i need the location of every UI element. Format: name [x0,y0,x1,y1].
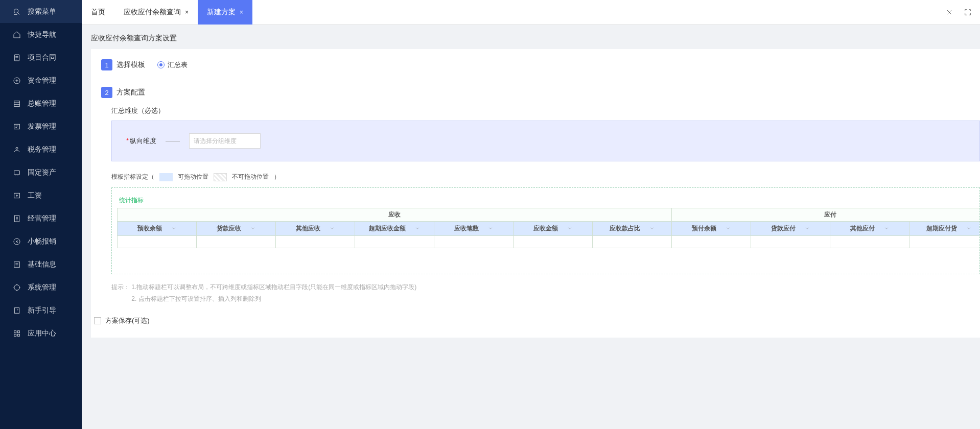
sidebar-item-baseinfo[interactable]: 基础信息 [0,253,82,276]
column-header[interactable]: 超期应付货 [909,222,981,236]
tab-new-plan[interactable]: 新建方案 × [198,0,252,25]
sidebar-item-contract[interactable]: 项目合同 [0,46,82,69]
column-header[interactable]: 应收款占比 [593,222,672,236]
sidebar-item-business[interactable]: 经营管理 [0,207,82,230]
stat-indicator-title: 统计指标 [119,196,974,205]
group-header-ap[interactable]: 应付 [672,208,981,222]
sidebar: 搜索菜单 快捷导航 项目合同 资金管理 总账管理 发票管理 税务管理 固定资产 [0,0,82,429]
save-plan-checkbox[interactable] [94,317,101,324]
asset-icon [12,168,21,177]
chevron-down-icon[interactable] [488,225,493,232]
column-header[interactable]: 超期应收金额 [355,222,434,236]
sidebar-item-appcenter[interactable]: 应用中心 [0,322,82,345]
radio-icon [157,61,165,68]
step-label: 方案配置 [116,88,145,97]
sidebar-item-assets[interactable]: 固定资产 [0,161,82,184]
column-header[interactable]: 应收金额 [514,222,593,236]
legend-suffix: ） [274,173,280,181]
tab-label: 新建方案 [207,8,236,17]
table-cell [751,236,830,248]
chevron-down-icon[interactable] [171,225,176,232]
chevron-down-icon[interactable] [567,225,572,232]
close-icon[interactable]: × [240,9,243,16]
column-header[interactable]: 货款应收 [197,222,276,236]
connector-line [166,141,180,141]
tips-block: 提示： 1.拖动标题栏可以调整布局，不可跨维度或指标区域拖动栏目字段(只能在同一… [111,281,980,305]
legend-prefix: 模板指标设定（ [111,173,154,181]
sidebar-item-system[interactable]: 系统管理 [0,276,82,299]
radio-label: 汇总表 [168,60,188,69]
column-label: 超期应付货 [926,224,957,233]
svg-rect-4 [14,124,20,129]
column-label: 其他应收 [296,224,320,233]
column-label: 其他应付 [850,224,875,233]
sidebar-item-label: 基础信息 [28,260,56,269]
template-summary-radio[interactable]: 汇总表 [157,60,188,69]
close-icon[interactable]: × [185,9,189,16]
chevron-down-icon[interactable] [330,225,335,232]
legend-draggable: 可拖动位置 [178,173,208,181]
table-cell [593,236,672,248]
sidebar-item-label: 经营管理 [28,214,56,223]
chevron-down-icon[interactable] [415,225,420,232]
tab-home[interactable]: 首页 [82,0,114,25]
tab-label: 应收应付余额查询 [124,8,181,17]
sidebar-item-salary[interactable]: 工资 [0,184,82,207]
vertical-dim-label: *纵向维度 [126,136,156,146]
document-icon [12,53,21,62]
step-2-row: 2 方案配置 [91,85,980,103]
page-title: 应收应付余额查询方案设置 [91,34,980,43]
svg-rect-15 [14,334,16,336]
tip-label: 提示： [111,283,130,291]
svg-point-5 [16,147,18,149]
sidebar-item-invoice[interactable]: 发票管理 [0,115,82,138]
sidebar-item-guide[interactable]: 新手引导 [0,299,82,322]
chevron-down-icon[interactable] [884,225,889,232]
chevron-down-icon[interactable] [966,225,971,232]
guide-icon [12,306,21,315]
sidebar-item-ledger[interactable]: 总账管理 [0,92,82,115]
group-dimension-select[interactable]: 请选择分组维度 [189,133,261,149]
group-header-ar[interactable]: 应收 [118,208,672,222]
table-cell [276,236,355,248]
sidebar-item-label: 新手引导 [28,306,56,315]
tab-balance-query[interactable]: 应收应付余额查询 × [114,0,198,25]
sidebar-item-funds[interactable]: 资金管理 [0,69,82,92]
column-label: 应收款占比 [610,224,640,233]
chevron-down-icon[interactable] [649,225,655,232]
svg-point-11 [14,284,20,290]
expense-icon [12,237,21,246]
sidebar-item-label: 发票管理 [28,122,56,131]
svg-rect-6 [14,171,20,175]
sidebar-item-quicknav[interactable]: 快捷导航 [0,23,82,46]
fullscreen-button[interactable] [961,5,975,19]
nondraggable-swatch [214,173,227,181]
column-header[interactable]: 预收余额 [118,222,197,236]
gear-icon [12,283,21,292]
svg-point-0 [14,9,18,13]
column-header[interactable]: 预付余额 [672,222,751,236]
close-all-button[interactable] [942,5,956,19]
table-cell [434,236,514,248]
column-label: 预收余额 [137,224,162,233]
step-1-row: 1 选择模板 汇总表 [91,57,980,76]
svg-rect-3 [14,101,20,106]
column-header[interactable]: 其他应收 [276,222,355,236]
chevron-down-icon[interactable] [726,225,731,232]
column-header[interactable]: 应收笔数 [434,222,514,236]
tax-icon [12,145,21,154]
sidebar-item-expense[interactable]: 小畅报销 [0,230,82,253]
chevron-down-icon[interactable] [250,225,255,232]
column-label: 超期应收金额 [369,224,406,233]
dimension-title: 汇总维度（必选） [111,106,980,115]
business-icon [12,214,21,223]
save-plan-label: 方案保存(可选) [105,316,150,325]
home-icon [12,30,21,39]
chevron-down-icon[interactable] [805,225,810,232]
indicator-legend: 模板指标设定（ 可拖动位置 不可拖动位置 ） [111,173,980,181]
column-header[interactable]: 其他应付 [830,222,909,236]
sidebar-item-tax[interactable]: 税务管理 [0,138,82,161]
sidebar-item-search[interactable]: 搜索菜单 [0,0,82,23]
table-cell [197,236,276,248]
column-header[interactable]: 货款应付 [751,222,830,236]
